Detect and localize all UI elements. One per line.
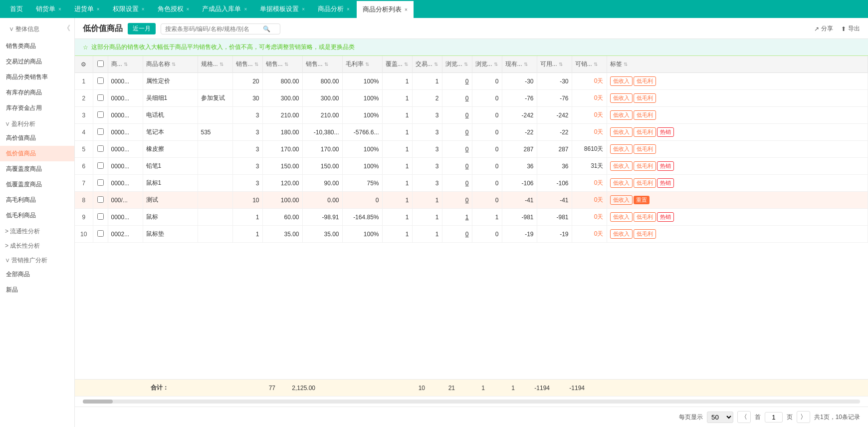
sidebar-item-high-value[interactable]: 高价值商品: [0, 130, 74, 146]
sidebar-item-traded-goods[interactable]: 交易过的商品: [0, 54, 74, 69]
row-checkbox[interactable]: [93, 107, 108, 124]
sidebar-group-flow[interactable]: > 流通性分析: [0, 223, 74, 238]
page-number-input[interactable]: [765, 412, 783, 423]
nav-item-product-warehouse[interactable]: 产成品入库单 ×: [196, 0, 253, 18]
nav-close-product-warehouse[interactable]: ×: [244, 6, 247, 12]
row-checkbox[interactable]: [93, 192, 108, 209]
nav-close-sales[interactable]: ×: [58, 6, 61, 12]
nav-item-role[interactable]: 角色授权 ×: [152, 0, 196, 18]
row-checkbox[interactable]: [93, 124, 108, 141]
pagination: 每页显示 50 20 100 〈 首 页 〉 共1页，10条记录: [75, 407, 868, 427]
nav-item-home[interactable]: 首页: [4, 0, 29, 18]
nav-close-goods-analysis-list[interactable]: ×: [405, 7, 408, 12]
checkbox-column-header[interactable]: [93, 56, 108, 73]
view1-column-header[interactable]: 浏览...⇅: [442, 56, 472, 73]
sidebar-item-category-sales-rate[interactable]: 商品分类销售率: [0, 69, 74, 85]
share-button[interactable]: ↗ 分享: [814, 24, 833, 33]
row-view1[interactable]: 0: [442, 175, 472, 192]
row-view1[interactable]: 0: [442, 141, 472, 158]
horizontal-scrollbar[interactable]: [83, 400, 860, 404]
sidebar-collapse-btn[interactable]: 《: [63, 24, 70, 33]
row-num: 8: [75, 192, 93, 209]
sidebar-item-low-coverage[interactable]: 低覆盖度商品: [0, 177, 74, 192]
row-sales-qty: 3: [232, 158, 262, 175]
sales-amt-column-header[interactable]: 销售...⇅: [262, 56, 302, 73]
nav-close-purchase[interactable]: ×: [97, 6, 100, 12]
nav-item-permission[interactable]: 权限设置 ×: [107, 0, 151, 18]
gross-rate-column-header[interactable]: 毛利率⇅: [342, 56, 382, 73]
time-filter-button[interactable]: 近一月: [128, 23, 156, 34]
row-view1[interactable]: 1: [442, 209, 472, 226]
search-icon[interactable]: 🔍: [263, 25, 270, 32]
available-column-header[interactable]: 可用...⇅: [537, 56, 572, 73]
current-column-header[interactable]: 现有...⇅: [502, 56, 537, 73]
sidebar-item-stock-goods[interactable]: 有库存的商品: [0, 85, 74, 100]
nav-close-permission[interactable]: ×: [142, 6, 145, 12]
sidebar-item-new-goods[interactable]: 新品: [0, 282, 74, 298]
code-column-header[interactable]: 商...⇅: [108, 56, 143, 73]
nav-close-role[interactable]: ×: [187, 6, 190, 12]
total-cover: 10: [395, 385, 425, 392]
cover-column-header[interactable]: 覆盖...⇅: [382, 56, 412, 73]
nav-item-sales[interactable]: 销货单 ×: [30, 0, 67, 18]
row-checkbox[interactable]: [93, 158, 108, 175]
row-sales-avg: 210.00: [302, 107, 342, 124]
nav-item-purchase[interactable]: 进货单 ×: [68, 0, 106, 18]
row-checkbox[interactable]: [93, 73, 108, 90]
sidebar-item-low-margin[interactable]: 低毛利商品: [0, 208, 74, 223]
row-cover: 1: [382, 175, 412, 192]
view2-column-header[interactable]: 浏览...⇅: [472, 56, 502, 73]
sidebar-item-high-coverage[interactable]: 高覆盖度商品: [0, 161, 74, 177]
nav-item-template[interactable]: 单据模板设置 ×: [254, 0, 311, 18]
nav-close-template[interactable]: ×: [302, 6, 305, 12]
nav-close-goods-analysis[interactable]: ×: [347, 6, 350, 12]
row-checkbox[interactable]: [93, 226, 108, 243]
total-pages-info: 共1页，10条记录: [814, 413, 860, 422]
row-checkbox[interactable]: [93, 90, 108, 107]
sidebar-item-sales-goods[interactable]: 销售类商品: [0, 38, 74, 54]
export-button[interactable]: ⬆ 导出: [841, 24, 860, 33]
first-page-button[interactable]: 〈: [737, 411, 751, 423]
table-row: 7 0000... 鼠标1 3 120.00 90.00 75% 1 3 0 0…: [75, 175, 868, 192]
trade-column-header[interactable]: 交易...⇅: [412, 56, 442, 73]
sales-qty-column-header[interactable]: 销售...⇅: [232, 56, 262, 73]
row-view1[interactable]: 0: [442, 158, 472, 175]
sales-avg-column-header[interactable]: 销售...⇅: [302, 56, 342, 73]
row-sales-amt: 300.00: [262, 90, 302, 107]
sidebar-item-low-value[interactable]: 低价值商品: [0, 146, 74, 161]
row-saleable: 0天: [572, 175, 607, 192]
row-tags: 低收入重置: [607, 192, 868, 209]
row-tags: 低收入低毛利: [607, 141, 868, 158]
row-num: 5: [75, 141, 93, 158]
row-view1[interactable]: 0: [442, 73, 472, 90]
sidebar-item-high-margin[interactable]: 高毛利商品: [0, 192, 74, 208]
nav-item-goods-analysis-list[interactable]: 商品分析列表 ×: [357, 0, 414, 18]
row-view1[interactable]: 0: [442, 192, 472, 209]
row-sales-avg: 300.00: [302, 90, 342, 107]
row-checkbox[interactable]: [93, 141, 108, 158]
settings-column-header[interactable]: ⚙: [75, 56, 93, 73]
tag-column-header[interactable]: 标签⇅: [607, 56, 868, 73]
sidebar-group-growth[interactable]: > 成长性分析: [0, 238, 74, 252]
row-sales-qty: 30: [232, 90, 262, 107]
row-view1[interactable]: 0: [442, 107, 472, 124]
sidebar-item-all-goods[interactable]: 全部商品: [0, 267, 74, 282]
next-page-button[interactable]: 〉: [797, 411, 810, 423]
per-page-select[interactable]: 50 20 100: [707, 412, 733, 423]
tag-label: 低收入: [610, 229, 633, 239]
select-all-checkbox[interactable]: [97, 60, 104, 67]
sidebar-item-stock-capital[interactable]: 库存资金占用: [0, 100, 74, 116]
row-view1[interactable]: 0: [442, 124, 472, 141]
name-column-header[interactable]: 商品名称⇅: [143, 56, 198, 73]
row-name: 电话机: [143, 107, 198, 124]
row-checkbox[interactable]: [93, 209, 108, 226]
nav-item-goods-analysis[interactable]: 商品分析 ×: [312, 0, 356, 18]
search-input[interactable]: [165, 25, 260, 32]
row-view1[interactable]: 0: [442, 90, 472, 107]
row-view1[interactable]: 0: [442, 226, 472, 243]
row-checkbox[interactable]: [93, 175, 108, 192]
scrollbar-thumb[interactable]: [83, 400, 113, 404]
per-page-label: 每页显示: [679, 413, 703, 422]
spec-column-header[interactable]: 规格...⇅: [198, 56, 232, 73]
saleable-column-header[interactable]: 可销...⇅: [572, 56, 607, 73]
